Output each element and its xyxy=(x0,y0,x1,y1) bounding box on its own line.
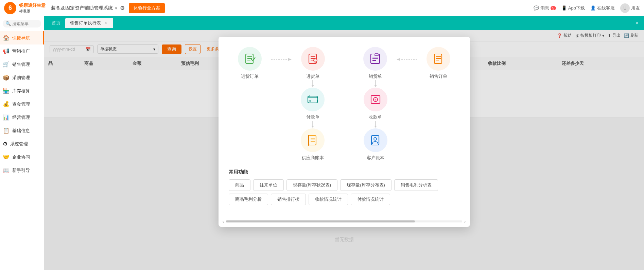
flow-row-3: 供应商账本 客户账本 xyxy=(229,128,460,161)
sidebar-item-finance[interactable]: 💰 资金管理 xyxy=(0,97,44,111)
flow-row-arrows-2 xyxy=(229,120,460,128)
func-btn-product-profit[interactable]: 商品毛利分析 xyxy=(229,194,268,205)
operation-icon: 📊 xyxy=(3,114,10,121)
marketing-icon: 📢 xyxy=(3,48,10,54)
node-supplier-ledger-label: 供应商账本 xyxy=(302,155,324,161)
svg-marker-36 xyxy=(311,126,314,128)
func-btn-inventory-dist[interactable]: 现存量(库存分布表) xyxy=(340,179,391,191)
func-btn-payment-stats[interactable]: 付款情况统计 xyxy=(351,194,390,205)
tab-home[interactable]: 首页 xyxy=(47,18,65,28)
node-payment-label: 付款单 xyxy=(306,114,319,120)
logo-text: 畅康通好生意 标准版 xyxy=(19,3,46,13)
sidebar-search[interactable]: 🔍 xyxy=(0,16,44,31)
sidebar-item-quick-nav[interactable]: 🏠 快捷导航 xyxy=(0,31,44,44)
sidebar-item-operation[interactable]: 📊 经营管理 xyxy=(0,111,44,124)
sidebar-label: 采购管理 xyxy=(12,75,30,81)
func-btn-sales-profit[interactable]: 销售毛利分析表 xyxy=(394,179,438,191)
sidebar-item-collab[interactable]: 🤝 企业协同 xyxy=(0,150,44,164)
user-area[interactable]: U 用友 xyxy=(620,3,640,13)
payment-icon: ¥ xyxy=(301,88,325,111)
node-sales-bill-label: 销货单 xyxy=(369,73,382,79)
sidebar-label: 基础信息 xyxy=(12,128,30,134)
logo-icon: 6 xyxy=(4,2,16,14)
func-btn-receipt-stats[interactable]: 收款情况统计 xyxy=(309,194,348,205)
sidebar-label: 营销推广 xyxy=(12,48,30,54)
down-arrow-receipt xyxy=(354,120,397,128)
finance-icon: 💰 xyxy=(3,101,10,107)
sidebar-item-inventory[interactable]: 🏪 库存核算 xyxy=(0,84,44,97)
sidebar-item-marketing[interactable]: 📢 营销推广 xyxy=(0,44,44,58)
sidebar-item-guide[interactable]: 📖 新手引导 xyxy=(0,164,44,177)
svg-text:✓: ✓ xyxy=(314,60,316,62)
tab-sales-order[interactable]: 销售订单执行表 × xyxy=(65,18,113,28)
page-content: ❓ 帮助 🖨 按模板打印 ▾ ⬆ 导出 🔄 xyxy=(44,30,644,270)
func-btn-inventory-status[interactable]: 现存量(库存状况表) xyxy=(286,179,338,191)
tab-close-icon[interactable]: × xyxy=(103,20,108,26)
node-receipt: ¥ 收款单 xyxy=(354,88,397,120)
sales-bill-icon xyxy=(363,47,387,71)
svg-rect-16 xyxy=(375,54,378,56)
close-all-tabs-icon[interactable]: × xyxy=(633,20,641,26)
svg-marker-38 xyxy=(374,126,377,128)
sidebar-label: 销售管理 xyxy=(12,61,30,68)
receipt-icon: ¥ xyxy=(364,88,387,111)
system-icon: ⚙ xyxy=(3,141,7,147)
node-sales-order: 销售订单 xyxy=(417,47,460,79)
node-receipt-label: 收款单 xyxy=(369,114,382,120)
func-btn-counterparty[interactable]: 往来单位 xyxy=(253,179,284,191)
down-arrow-sales-bill xyxy=(354,79,397,88)
sidebar-item-sales[interactable]: 🛒 销售管理 xyxy=(0,58,44,71)
node-purchase-order-label: 进货订单 xyxy=(241,73,259,79)
node-purchase-bill-label: 进货单 xyxy=(306,73,319,79)
func-btn-sales-ranking[interactable]: 销售排行榜 xyxy=(271,194,306,205)
svg-marker-26 xyxy=(374,85,377,87)
sidebar-item-system[interactable]: ⚙ 系统管理 xyxy=(0,137,44,150)
sidebar-label: 企业协同 xyxy=(12,154,30,160)
sidebar: 🔍 🏠 快捷导航 📢 营销推广 🛒 销售管理 📦 采购管理 🏪 xyxy=(0,16,44,270)
sidebar-label: 库存核算 xyxy=(12,88,30,94)
online-service-button[interactable]: 👤 在线客服 xyxy=(590,5,615,11)
node-sales-bill: 销货单 xyxy=(354,47,397,79)
top-right-area: 💬 消息 5 📱 App下载 👤 在线客服 U 用友 xyxy=(534,3,640,13)
svg-marker-18 xyxy=(397,58,400,61)
quick-nav-icon: 🏠 xyxy=(3,35,10,41)
flow-modal: 进货订单 ✓ xyxy=(219,37,470,227)
scroll-right-icon[interactable]: › xyxy=(464,219,466,224)
search-input[interactable] xyxy=(12,21,39,26)
svg-text:¥: ¥ xyxy=(374,98,376,101)
node-supplier-ledger: 供应商账本 xyxy=(291,128,334,161)
customer-ledger-icon xyxy=(364,128,387,152)
purchase-order-icon xyxy=(238,47,262,71)
sidebar-item-basic[interactable]: 📋 基础信息 xyxy=(0,124,44,137)
tab-home-label: 首页 xyxy=(52,20,60,26)
supplier-ledger-icon xyxy=(301,128,325,152)
svg-rect-19 xyxy=(434,54,442,64)
service-icon: 👤 xyxy=(590,5,596,11)
system-title-chevron[interactable]: ▾ xyxy=(115,5,117,11)
settings-icon[interactable]: ⚙ xyxy=(120,5,125,11)
guide-icon: 📖 xyxy=(3,167,10,174)
sidebar-label: 资金管理 xyxy=(12,101,30,107)
basic-icon: 📋 xyxy=(3,127,10,134)
message-button[interactable]: 💬 消息 5 xyxy=(534,5,556,11)
message-badge: 5 xyxy=(551,6,556,10)
func-btn-product[interactable]: 商品 xyxy=(229,179,250,191)
search-icon: 🔍 xyxy=(5,21,11,26)
trial-button[interactable]: 体验行业方案 xyxy=(129,3,165,13)
sales-icon: 🛒 xyxy=(3,61,10,68)
sidebar-label: 新手引导 xyxy=(12,167,30,174)
arrow-4-to-3 xyxy=(397,47,417,62)
scroll-left-icon[interactable]: ‹ xyxy=(223,219,224,224)
svg-point-45 xyxy=(374,138,377,140)
sidebar-item-purchase[interactable]: 📦 采购管理 xyxy=(0,71,44,84)
tab-sales-order-label: 销售订单执行表 xyxy=(70,20,101,26)
down-arrow-payment xyxy=(291,120,334,128)
purchase-bill-icon: ✓ xyxy=(301,47,325,71)
modal-content: 进货订单 ✓ xyxy=(219,37,470,216)
flow-row-1: 进货订单 ✓ xyxy=(229,47,460,79)
scrollbar-track[interactable] xyxy=(226,220,462,222)
logo-area: 6 畅康通好生意 标准版 xyxy=(4,2,48,14)
message-icon: 💬 xyxy=(534,5,539,11)
node-customer-ledger-label: 客户账本 xyxy=(367,155,384,161)
app-download-button[interactable]: 📱 App下载 xyxy=(561,5,585,11)
